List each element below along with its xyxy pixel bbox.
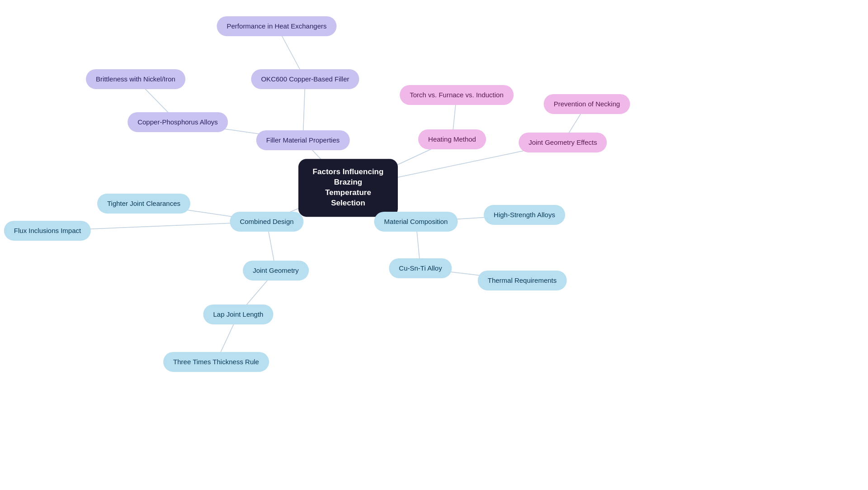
node-combined_design[interactable]: Combined Design xyxy=(230,212,303,232)
node-material_composition[interactable]: Material Composition xyxy=(374,212,458,232)
node-cu_sn_ti[interactable]: Cu-Sn-Ti Alloy xyxy=(389,258,452,278)
node-joint_geometry[interactable]: Joint Geometry xyxy=(243,261,309,281)
node-joint_geometry_effects[interactable]: Joint Geometry Effects xyxy=(519,133,607,152)
node-lap_joint_length[interactable]: Lap Joint Length xyxy=(203,304,274,324)
node-prevention_necking[interactable]: Prevention of Necking xyxy=(544,94,630,114)
mind-map-canvas: Factors Influencing Brazing Temperature … xyxy=(0,0,868,490)
node-performance_heat[interactable]: Performance in Heat Exchangers xyxy=(217,16,337,36)
node-high_strength_alloys[interactable]: High-Strength Alloys xyxy=(484,205,565,225)
node-tighter_clearances[interactable]: Tighter Joint Clearances xyxy=(97,194,190,214)
node-filler_material[interactable]: Filler Material Properties xyxy=(256,130,350,150)
node-thermal_requirements[interactable]: Thermal Requirements xyxy=(478,271,567,290)
node-flux_inclusions[interactable]: Flux Inclusions Impact xyxy=(4,221,91,241)
node-brittleness[interactable]: Brittleness with Nickel/Iron xyxy=(86,69,185,89)
node-okc600[interactable]: OKC600 Copper-Based Filler xyxy=(251,69,359,89)
node-center[interactable]: Factors Influencing Brazing Temperature … xyxy=(298,159,398,217)
node-torch_furnace[interactable]: Torch vs. Furnace vs. Induction xyxy=(400,85,514,105)
node-copper_phosphorus[interactable]: Copper-Phosphorus Alloys xyxy=(127,112,228,132)
node-heating_method[interactable]: Heating Method xyxy=(418,129,486,149)
node-three_times[interactable]: Three Times Thickness Rule xyxy=(163,352,269,372)
